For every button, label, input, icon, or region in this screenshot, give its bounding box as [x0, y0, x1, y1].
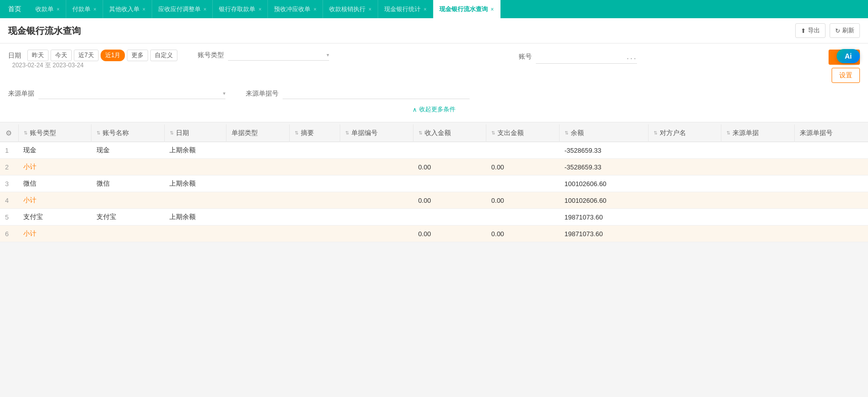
close-icon[interactable]: ×	[258, 7, 261, 12]
row-account-name: 支付宝	[92, 209, 165, 226]
row-source-doc-no	[794, 226, 868, 242]
row-doc-no	[340, 226, 413, 242]
close-icon[interactable]: ×	[313, 7, 316, 12]
col-source-doc: ⇅ 来源单据	[721, 124, 795, 142]
row-doc-type	[226, 209, 289, 226]
row-doc-no	[340, 175, 413, 192]
account-dots-button[interactable]: ...	[626, 51, 637, 62]
collapse-bar[interactable]: ∧ 收起更多条件	[8, 103, 860, 116]
row-account-type: 支付宝	[18, 209, 92, 226]
col-balance: ⇅ 余额	[559, 124, 648, 142]
row-expense	[486, 142, 560, 159]
row-account-name	[92, 226, 165, 242]
sort-icon: ⇅	[345, 130, 349, 136]
col-date: ⇅ 日期	[164, 124, 226, 142]
row-summary	[289, 159, 340, 175]
nav-home[interactable]: 首页	[0, 0, 29, 18]
close-icon[interactable]: ×	[204, 7, 207, 12]
row-source-doc-no	[794, 159, 868, 175]
row-date	[164, 192, 226, 209]
row-balance: -3528659.33	[559, 159, 648, 175]
row-income: 0.00	[413, 192, 486, 209]
row-source-doc	[721, 192, 795, 209]
date-range: 2023-02-24 至 2023-03-24	[12, 61, 83, 70]
close-icon[interactable]: ×	[94, 7, 97, 12]
row-balance: 100102606.60	[559, 175, 648, 192]
account-no-label: 账号	[519, 52, 532, 61]
date-btn-more[interactable]: 更多	[127, 50, 148, 61]
refresh-button[interactable]: ↻ 刷新	[830, 23, 860, 38]
table-row: 2小计0.000.00-3528659.33	[0, 159, 868, 175]
date-btn-yesterday[interactable]: 昨天	[27, 50, 49, 61]
nav-tab-xianjinyinhang-liushui[interactable]: 现金银行流水查询 ×	[433, 0, 500, 18]
sort-icon: ⇅	[491, 130, 495, 136]
export-icon: ⬆	[801, 27, 806, 34]
chevron-up-icon: ∧	[413, 106, 417, 113]
nav-tab-qitashouru[interactable]: 其他收入单 ×	[103, 0, 152, 18]
sort-icon: ⇅	[170, 130, 174, 136]
close-icon[interactable]: ×	[369, 7, 372, 12]
col-doc-type: 单据类型	[226, 124, 289, 142]
row-income: 0.00	[413, 226, 486, 242]
row-date	[164, 226, 226, 242]
row-counterpart	[648, 159, 721, 175]
row-summary	[289, 226, 340, 242]
row-doc-type	[226, 192, 289, 209]
source-doc-no-input[interactable]	[283, 90, 470, 97]
col-income: ⇅ 收入金额	[413, 124, 486, 142]
row-expense: 0.00	[486, 226, 560, 242]
nav-tab-shoukuandan[interactable]: 收款单 ×	[29, 0, 66, 18]
close-icon[interactable]: ×	[143, 7, 146, 12]
nav-tab-xianjinyinhang-tongji[interactable]: 现金银行统计 ×	[378, 0, 433, 18]
gear-icon[interactable]: ⚙	[6, 129, 12, 137]
settings-button[interactable]: 设置	[832, 68, 860, 83]
row-doc-type	[226, 159, 289, 175]
row-income	[413, 142, 486, 159]
table-row: 5支付宝支付宝上期余额19871073.60	[0, 209, 868, 226]
nav-tab-fukuandan[interactable]: 付款单 ×	[66, 0, 103, 18]
nav-tab-yushouchong[interactable]: 预收冲应收单 ×	[268, 0, 323, 18]
col-summary: ⇅ 摘要	[289, 124, 340, 142]
sort-icon: ⇅	[726, 130, 730, 136]
account-no-input[interactable]	[536, 53, 622, 60]
nav-tab-yingshouyingfu[interactable]: 应收应付调整单 ×	[152, 0, 213, 18]
date-btn-1month[interactable]: 近1月	[101, 50, 125, 61]
row-source-doc	[721, 142, 795, 159]
row-source-doc-no	[794, 209, 868, 226]
row-date	[164, 159, 226, 175]
col-counterpart: ⇅ 对方户名	[648, 124, 721, 142]
nav-tab-shoukuanhexiao[interactable]: 收款核销执行 ×	[323, 0, 378, 18]
row-num: 6	[0, 226, 18, 242]
row-balance: 100102606.60	[559, 192, 648, 209]
date-btn-custom[interactable]: 自定义	[150, 50, 177, 61]
page-title: 现金银行流水查询	[8, 25, 81, 37]
row-account-name	[92, 192, 165, 209]
account-type-input[interactable]	[228, 51, 325, 59]
chevron-down-icon: ▾	[327, 52, 329, 58]
row-balance: 19871073.60	[559, 226, 648, 242]
row-account-name	[92, 159, 165, 175]
nav-tab-yinhangcunqu[interactable]: 银行存取款单 ×	[213, 0, 268, 18]
row-num: 1	[0, 142, 18, 159]
export-button[interactable]: ⬆ 导出	[795, 23, 826, 38]
row-source-doc-no	[794, 192, 868, 209]
account-type-label: 账号类型	[198, 51, 224, 60]
row-balance: -3528659.33	[559, 142, 648, 159]
ai-badge[interactable]: Ai	[837, 49, 860, 63]
date-btn-today[interactable]: 今天	[51, 50, 72, 61]
date-btn-7days[interactable]: 近7天	[74, 50, 99, 61]
table-row: 1现金现金上期余额-3528659.33	[0, 142, 868, 159]
row-counterpart	[648, 192, 721, 209]
row-expense: 0.00	[486, 159, 560, 175]
row-doc-type	[226, 175, 289, 192]
row-doc-no	[340, 142, 413, 159]
row-doc-no	[340, 159, 413, 175]
row-source-doc-no	[794, 175, 868, 192]
filter-area: 日期 昨天 今天 近7天 近1月 更多 自定义 2023-02-24 至 202…	[0, 43, 868, 122]
close-icon[interactable]: ×	[57, 7, 60, 12]
close-icon[interactable]: ×	[424, 7, 427, 12]
date-label: 日期	[8, 51, 21, 60]
sort-icon: ⇅	[654, 130, 658, 136]
source-doc-input[interactable]	[38, 90, 221, 97]
close-icon[interactable]: ×	[491, 7, 494, 12]
